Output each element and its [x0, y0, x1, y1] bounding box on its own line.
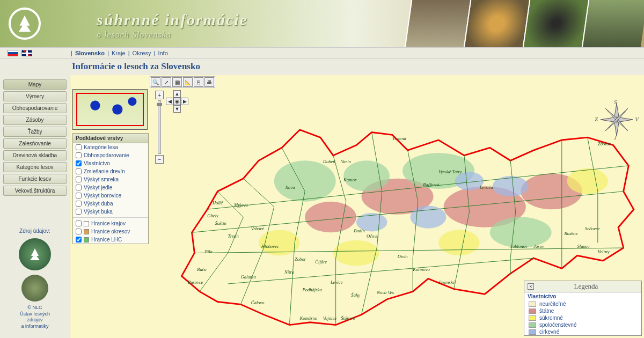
city-label: Badín: [354, 228, 365, 233]
city-label: Zborov: [598, 141, 611, 146]
sidebar-item-mapy[interactable]: Mapy: [3, 79, 67, 90]
sidebar-item-drevinov-skladba[interactable]: Drevinová skladba: [3, 150, 67, 160]
sidebar-item-funkcie-lesov[interactable]: Funkcie lesov: [3, 174, 67, 184]
compass-s: J: [614, 134, 617, 141]
banner-photo: [405, 0, 470, 47]
legend-label: súkromné: [539, 315, 563, 321]
layer-checkbox[interactable]: [76, 193, 82, 199]
flag-en-icon[interactable]: [21, 50, 32, 56]
layer-label: Výskyt smreka: [84, 177, 119, 182]
layer-v-skyt-borovice[interactable]: Výskyt borovice: [73, 192, 148, 200]
nav-kraje[interactable]: Kraje: [112, 50, 126, 56]
legend-swatch-icon: [529, 322, 536, 328]
boundary-hranice-lhc[interactable]: Hranice LHC: [73, 236, 148, 244]
sidebar-item--a-by[interactable]: Ťažby: [3, 127, 67, 137]
sidebar-item-v-mery[interactable]: Výmery: [3, 91, 67, 101]
legend-row: súkromné: [524, 314, 641, 321]
nav-slovensko[interactable]: Slovensko: [75, 50, 105, 56]
layer-checkbox[interactable]: [76, 209, 82, 215]
city-label: Levice: [330, 280, 343, 285]
layer-checkbox[interactable]: [76, 160, 82, 166]
nav-info[interactable]: Info: [158, 50, 167, 56]
boundary-label: Hranice LHC: [91, 237, 122, 243]
layer-checkbox[interactable]: [76, 201, 82, 207]
city-label: Levoča: [479, 185, 493, 190]
legend-swatch-icon: [529, 302, 536, 307]
city-label: Štúrovo: [341, 315, 355, 321]
compass-e: V: [635, 116, 639, 122]
layer-vlastn-ctvo[interactable]: Vlastníctvo: [73, 159, 148, 167]
legend-swatch-icon: [529, 308, 536, 314]
layer-checkbox[interactable]: [76, 144, 82, 150]
site-title: súhrnné informácie o lesoch Slovenska: [97, 11, 248, 40]
city-label: Holíč: [212, 200, 223, 205]
city-label: Jesenské: [438, 280, 455, 285]
city-label: Kalinovo: [412, 267, 430, 272]
boundary-checkbox[interactable]: [76, 237, 82, 243]
layer-obhospodarovanie[interactable]: Obhospodarovanie: [73, 151, 148, 159]
header-banner: súhrnné informácie o lesoch Slovenska: [0, 0, 644, 47]
layer-label: Výskyt jedle: [84, 185, 112, 190]
layer-v-skyt-buka[interactable]: Výskyt buka: [73, 208, 148, 216]
main: MapyVýmeryObhospodarovanieZásobyŤažbyZal…: [0, 75, 644, 338]
layer-zmie-anie-drev-n[interactable]: Zmiešanie drevín: [73, 167, 148, 175]
boundary-checkbox[interactable]: [76, 229, 82, 234]
nlc-emblem-icon: [19, 238, 51, 270]
compass-rose-icon: S J V Z: [598, 101, 635, 138]
banner-photo: [464, 0, 529, 47]
sidebar-item-zales-ovanie[interactable]: Zalesňovanie: [3, 138, 67, 149]
sidebar-item-z-soby[interactable]: Zásoby: [3, 115, 67, 125]
credit-line: Ústav lesných: [3, 311, 67, 318]
credit-line: a informatiky: [3, 324, 67, 330]
map-content: 🔍 ⤢ ▦ 📐 ⎘ 🖶 ▲ ▼ ◀ ▶ ◉ + − Podkladové vrs…: [70, 75, 644, 338]
city-label: Kantor: [343, 177, 357, 182]
city-label: Vrbové: [251, 226, 265, 231]
nav-row: | Slovensko | Kraje | Okresy | Info: [0, 47, 644, 59]
city-label: Gbely: [207, 213, 218, 218]
layer-checkbox[interactable]: [76, 185, 82, 190]
svg-point-4: [274, 160, 336, 202]
city-label: Rača: [196, 267, 207, 272]
svg-point-11: [567, 168, 608, 194]
city-label: Trstená: [392, 136, 407, 141]
boundary-checkbox[interactable]: [76, 221, 82, 226]
city-label: Trstín: [228, 233, 239, 239]
layer-v-skyt-duba[interactable]: Výskyt duba: [73, 200, 148, 208]
city-label: Varín: [341, 159, 351, 164]
legend-subtitle: Vlastníctvo: [524, 292, 641, 300]
sidebar-item-vekov-trukt-ra[interactable]: Veková štruktúra: [3, 186, 67, 196]
city-label: Dubeň: [323, 159, 336, 164]
legend-toggle-button[interactable]: ×: [528, 283, 534, 290]
layer-label: Kategórie lesa: [84, 144, 118, 150]
city-label: Myjava: [233, 202, 248, 208]
city-label: Veľaty: [598, 249, 610, 254]
city-label: Čifáre: [315, 259, 327, 264]
svg-point-7: [343, 160, 390, 191]
city-label: Vysoké Tatry: [438, 169, 462, 174]
layer-checkbox[interactable]: [76, 177, 82, 182]
layer-label: Vlastníctvo: [84, 160, 110, 166]
banner-photo: [582, 0, 644, 47]
city-label: Račková: [422, 182, 439, 187]
city-label: Ruskov: [564, 231, 578, 236]
sidebar-item-obhospodarovanie[interactable]: Obhospodarovanie: [3, 103, 67, 113]
boundary-label: Hranice krajov: [91, 221, 126, 226]
layer-label: Obhospodarovanie: [84, 152, 129, 158]
boundary-hranice-okresov[interactable]: Hranice okresov: [73, 227, 148, 236]
overview-minimap[interactable]: [72, 89, 148, 130]
layer-v-skyt-smreka[interactable]: Výskyt smreka: [73, 175, 148, 183]
boundary-swatch-icon: [84, 237, 89, 243]
layer-checkbox[interactable]: [76, 152, 82, 158]
layer-kateg-rie-lesa[interactable]: Kategórie lesa: [73, 143, 148, 151]
site-title-line1: súhrnné informácie: [97, 11, 248, 29]
boundary-hranice-krajov[interactable]: Hranice krajov: [73, 219, 148, 227]
city-label: Očová: [367, 233, 379, 239]
layer-v-skyt-jedle[interactable]: Výskyt jedle: [73, 183, 148, 192]
site-title-line2: o lesoch Slovenska: [97, 30, 248, 40]
layer-checkbox[interactable]: [76, 168, 82, 174]
sidebar-item-kateg-rie-lesov[interactable]: Kategórie lesov: [3, 162, 67, 172]
flag-sk-icon[interactable]: [8, 50, 18, 56]
boundary-swatch-icon: [84, 229, 89, 234]
legend-label: cirkevné: [539, 329, 559, 335]
nav-okresy[interactable]: Okresy: [133, 50, 151, 56]
